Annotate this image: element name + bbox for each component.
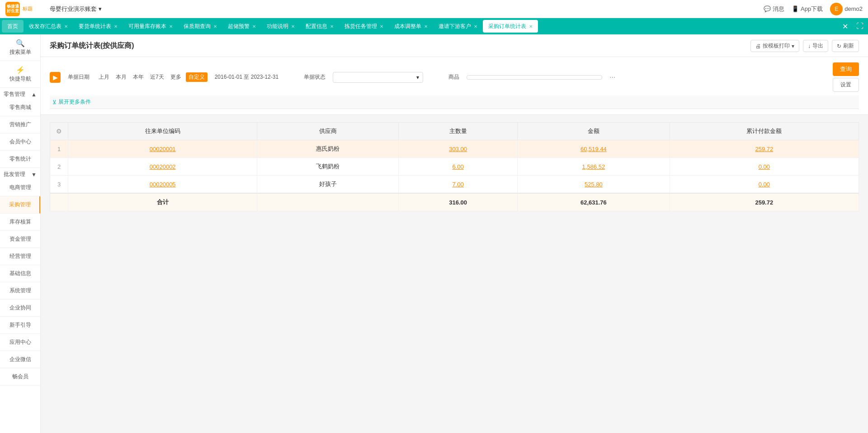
- shortcut-this-month[interactable]: 本月: [114, 72, 128, 82]
- refresh-button[interactable]: ↻ 刷新: [832, 40, 859, 52]
- tab-jianhuo[interactable]: 拣货任务管理 ✕: [339, 20, 389, 33]
- tab-yaoqing[interactable]: 邀请下游客户 ✕: [433, 20, 483, 33]
- nav-right-controls: ✕ ⛶: [840, 21, 866, 32]
- status-label: 单据状态: [304, 73, 326, 81]
- avatar: E: [830, 3, 843, 15]
- app-download-btn[interactable]: 📱 App下载: [792, 5, 823, 13]
- sidebar-section-wholesale[interactable]: 批发管理 ▼: [0, 168, 40, 179]
- th-settings[interactable]: ⚙: [50, 123, 68, 140]
- table-row: 1 00020001 惠氏奶粉 303.00 60,519.44 259.72: [50, 140, 859, 158]
- cell-paid[interactable]: 259.72: [670, 140, 859, 158]
- cell-code[interactable]: 00020001: [68, 140, 257, 158]
- select-arrow-icon: ▾: [416, 74, 419, 81]
- sidebar-item-inventory[interactable]: 库存核算: [0, 214, 40, 231]
- close-icon[interactable]: ✕: [474, 24, 477, 29]
- th-paid: 累计付款金额: [670, 123, 859, 140]
- shortcut-7days[interactable]: 近7天: [148, 72, 166, 82]
- sidebar-item-retailstats[interactable]: 零售统计: [0, 151, 40, 168]
- sidebar-item-ecommerce[interactable]: 电商管理: [0, 179, 40, 196]
- sidebar-item-retailshop[interactable]: 零售商城: [0, 99, 40, 116]
- close-icon[interactable]: ✕: [291, 24, 295, 29]
- tab-caigou-active[interactable]: 采购订单统计表 ✕: [483, 20, 538, 33]
- sidebar-item-collab[interactable]: 企业协同: [0, 300, 40, 317]
- settings-button[interactable]: 设置: [833, 78, 859, 92]
- cell-paid[interactable]: 0.00: [670, 158, 859, 176]
- shortcut-more[interactable]: 更多: [169, 72, 183, 82]
- tab-gongneng[interactable]: 功能说明 ✕: [261, 20, 300, 33]
- close-window-icon[interactable]: ✕: [840, 21, 851, 32]
- sidebar-item-operations[interactable]: 经营管理: [0, 248, 40, 265]
- page-title-row: 采购订单统计表(按供应商) 🖨 按模板打印 ▾ ↓ 导出 ↻ 刷新: [50, 40, 859, 52]
- table-body: 1 00020001 惠氏奶粉 303.00 60,519.44 259.72 …: [50, 140, 859, 194]
- sidebar-item-changhui[interactable]: 畅会员: [0, 368, 40, 385]
- gear-icon[interactable]: ⚙: [56, 128, 62, 135]
- sidebar-item-purchase[interactable]: 采购管理: [0, 196, 40, 214]
- tab-yaohuo[interactable]: 要货单统计表 ✕: [73, 20, 123, 33]
- close-icon[interactable]: ✕: [64, 24, 68, 29]
- sidebar-item-quicknav[interactable]: ⚡ 快捷导航: [0, 61, 40, 88]
- th-amount: 金额: [518, 123, 670, 140]
- tab-peizhi[interactable]: 配置信息 ✕: [300, 20, 339, 33]
- header-actions: 🖨 按模板打印 ▾ ↓ 导出 ↻ 刷新: [750, 40, 859, 52]
- cell-qty[interactable]: 7.00: [399, 176, 518, 194]
- expand-more-btn[interactable]: ⊻ 展开更多条件: [52, 98, 856, 106]
- tab-shofazun[interactable]: 收发存汇总表 ✕: [24, 20, 73, 33]
- close-icon[interactable]: ✕: [252, 24, 256, 29]
- status-select[interactable]: ▾: [333, 72, 423, 83]
- sidebar-item-wxwork[interactable]: 企业微信: [0, 351, 40, 368]
- export-button[interactable]: ↓ 导出: [803, 40, 828, 52]
- close-icon[interactable]: ✕: [114, 24, 118, 29]
- goods-more-icon[interactable]: ···: [609, 73, 615, 81]
- tab-baozhi[interactable]: 保质期查询 ✕: [178, 20, 222, 33]
- sidebar: 🔍 搜索菜单 ⚡ 快捷导航 零售管理 ▲ 零售商城 营销推广 会员中心 零售统计…: [0, 34, 41, 433]
- cell-amount[interactable]: 1,586.52: [518, 158, 670, 176]
- cell-amount[interactable]: 60,519.44: [518, 140, 670, 158]
- close-icon[interactable]: ✕: [330, 24, 334, 29]
- sidebar-item-finance[interactable]: 资金管理: [0, 231, 40, 248]
- close-icon[interactable]: ✕: [380, 24, 383, 29]
- maximize-icon[interactable]: ⛶: [854, 21, 866, 31]
- sidebar-item-label: 系统管理: [2, 287, 38, 295]
- sidebar-item-label: 资金管理: [2, 235, 38, 243]
- sidebar-item-members[interactable]: 会员中心: [0, 133, 40, 151]
- data-table: ⚙ 往来单位编码 供应商 主数量 金额 累计付款金额 1 00020001 惠氏…: [50, 122, 859, 211]
- tab-kuyong[interactable]: 可用量库存账本 ✕: [123, 20, 178, 33]
- tab-home[interactable]: 首页: [2, 20, 24, 33]
- cell-qty[interactable]: 303.00: [399, 140, 518, 158]
- search-icon: 🔍: [2, 39, 38, 48]
- cell-qty[interactable]: 6.00: [399, 158, 518, 176]
- message-btn[interactable]: 💬 消息: [764, 5, 784, 13]
- close-icon[interactable]: ✕: [424, 24, 428, 29]
- sidebar-item-newguide[interactable]: 新手引导: [0, 317, 40, 334]
- sidebar-item-marketing[interactable]: 营销推广: [0, 116, 40, 133]
- cell-amount[interactable]: 525.80: [518, 176, 670, 194]
- close-icon[interactable]: ✕: [169, 24, 173, 29]
- tab-chengben[interactable]: 成本调整单 ✕: [389, 20, 433, 33]
- close-icon[interactable]: ✕: [213, 24, 217, 29]
- cell-paid[interactable]: 0.00: [670, 176, 859, 194]
- user-area[interactable]: E demo2: [830, 3, 863, 15]
- shortcut-this-year[interactable]: 本年: [131, 72, 146, 82]
- footer-qty: 316.00: [399, 193, 518, 211]
- date-label: 单据日期: [68, 73, 90, 81]
- custom-date-badge[interactable]: 自定义: [186, 72, 208, 82]
- cell-supplier: 惠氏奶粉: [257, 140, 399, 158]
- filter-toggle-btn[interactable]: ▶: [50, 72, 61, 83]
- sidebar-item-appcenter[interactable]: 应用中心: [0, 334, 40, 351]
- sidebar-item-basics[interactable]: 基础信息: [0, 265, 40, 282]
- goods-input[interactable]: [467, 75, 602, 80]
- sidebar-item-label: 电商管理: [2, 184, 38, 191]
- tab-chaochuyujing[interactable]: 超储预警 ✕: [222, 20, 261, 33]
- date-range-display: 2016-01-01 至 2023-12-31: [215, 73, 278, 81]
- query-button[interactable]: 查询: [833, 62, 859, 76]
- sidebar-item-label: 会员中心: [2, 138, 38, 146]
- sidebar-item-search[interactable]: 🔍 搜索菜单: [0, 34, 40, 61]
- workspace-selector[interactable]: 母婴行业演示账套 ▾: [50, 5, 102, 13]
- sidebar-section-retail[interactable]: 零售管理 ▲: [0, 88, 40, 99]
- close-icon[interactable]: ✕: [529, 24, 533, 29]
- cell-code[interactable]: 00020002: [68, 158, 257, 176]
- sidebar-item-system[interactable]: 系统管理: [0, 282, 40, 300]
- print-button[interactable]: 🖨 按模板打印 ▾: [750, 40, 799, 52]
- cell-code[interactable]: 00020005: [68, 176, 257, 194]
- shortcut-last-month[interactable]: 上月: [97, 72, 111, 82]
